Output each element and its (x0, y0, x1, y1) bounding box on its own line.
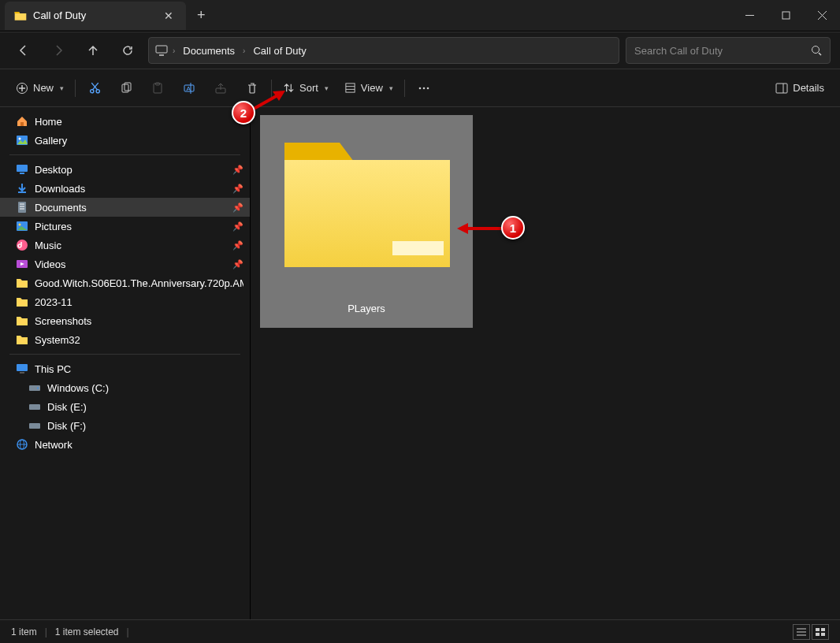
sidebar-item-drive[interactable]: Disk (F:) (0, 416, 250, 435)
sidebar-item-thispc[interactable]: This PC (0, 359, 250, 378)
view-label: View (361, 82, 383, 94)
sidebar-item-label: Screenshots (35, 315, 91, 327)
content-pane[interactable]: PLayers (251, 107, 840, 619)
tab-title: Call of Duty (33, 9, 154, 21)
folder-item-selected[interactable]: PLayers (260, 115, 473, 328)
window-close-button[interactable] (804, 0, 840, 32)
svg-point-33 (19, 138, 21, 140)
drive-icon (28, 419, 41, 432)
svg-rect-29 (776, 84, 787, 93)
sidebar-item-label: This PC (35, 363, 71, 375)
minimize-button[interactable] (731, 0, 768, 32)
svg-point-42 (19, 224, 21, 226)
sidebar-item-documents[interactable]: Documents 📌 (0, 198, 250, 217)
drive-icon (28, 400, 41, 413)
breadcrumb-documents[interactable]: Documents (180, 43, 238, 58)
gallery-icon (16, 134, 28, 147)
sidebar-item-gallery[interactable]: Gallery (0, 131, 250, 150)
svg-line-7 (819, 53, 821, 55)
details-view-toggle[interactable] (793, 624, 810, 640)
svg-point-48 (37, 388, 39, 389)
command-bar: New ▾ A Sort ▾ View ▾ Details (0, 69, 840, 107)
copy-button[interactable] (110, 75, 142, 102)
chevron-down-icon: ▾ (60, 84, 64, 92)
new-label: New (33, 82, 54, 94)
svg-rect-23 (346, 84, 355, 92)
sidebar-item-folder[interactable]: Good.Witch.S06E01.The.Anniversary.720p.A… (0, 273, 250, 292)
sort-label: Sort (299, 82, 318, 94)
svg-rect-59 (821, 628, 825, 631)
sidebar-item-label: System32 (35, 334, 80, 346)
search-input[interactable] (634, 45, 811, 57)
cut-button[interactable] (79, 75, 110, 102)
pin-icon: 📌 (232, 259, 243, 269)
svg-point-26 (419, 87, 422, 89)
paste-button[interactable] (142, 75, 173, 102)
search-box[interactable] (626, 37, 831, 64)
sidebar-item-downloads[interactable]: Downloads 📌 (0, 179, 250, 198)
sidebar-item-label: Good.Witch.S06E01.The.Anniversary.720p.A… (35, 277, 243, 289)
sidebar-item-drive[interactable]: Windows (C:) (0, 378, 250, 397)
desktop-icon (16, 163, 28, 176)
sidebar-item-folder[interactable]: Screenshots (0, 311, 250, 330)
svg-line-13 (91, 83, 97, 90)
window-tab[interactable]: Call of Duty ✕ (5, 2, 186, 30)
sidebar-item-home[interactable]: Home (0, 112, 250, 131)
sidebar-item-music[interactable]: Music 📌 (0, 236, 250, 255)
refresh-button[interactable] (113, 37, 142, 64)
chevron-down-icon: ▾ (389, 84, 393, 92)
folder-icon (14, 10, 27, 21)
svg-rect-4 (156, 46, 167, 53)
pc-icon (16, 362, 28, 375)
sidebar-item-label: Home (35, 116, 62, 128)
sidebar-item-network[interactable]: Network (0, 435, 250, 454)
chevron-right-icon: › (173, 46, 175, 55)
svg-rect-49 (29, 404, 40, 410)
breadcrumb-current[interactable]: Call of Duty (250, 43, 309, 58)
svg-rect-31 (20, 122, 24, 126)
navigation-pane[interactable]: Home Gallery Desktop 📌 Downloads 📌 Docum… (0, 107, 251, 619)
svg-rect-34 (17, 165, 28, 172)
svg-rect-50 (29, 423, 40, 429)
new-tab-button[interactable]: + (186, 7, 217, 24)
svg-rect-61 (821, 633, 825, 636)
sidebar-item-folder[interactable]: System32 (0, 330, 250, 349)
more-button[interactable] (408, 75, 440, 102)
downloads-icon (16, 182, 28, 195)
sidebar-item-label: Disk (F:) (47, 420, 86, 432)
folder-icon (16, 314, 28, 327)
details-label: Details (793, 82, 824, 94)
title-bar: Call of Duty ✕ + (0, 0, 840, 32)
pin-icon: 📌 (232, 221, 243, 232)
maximize-button[interactable] (768, 0, 804, 32)
forward-button[interactable] (44, 37, 72, 64)
sidebar-item-desktop[interactable]: Desktop 📌 (0, 160, 250, 179)
sidebar-item-drive[interactable]: Disk (E:) (0, 397, 250, 416)
sidebar-item-label: 2023-11 (35, 296, 72, 308)
view-button[interactable]: View ▾ (336, 75, 401, 102)
sidebar-item-label: Pictures (35, 221, 72, 232)
new-button[interactable]: New ▾ (8, 75, 72, 102)
sidebar-item-folder[interactable]: 2023-11 (0, 292, 250, 311)
tab-close-button[interactable]: ✕ (161, 8, 177, 24)
pin-icon: 📌 (232, 240, 243, 251)
sidebar-item-label: Music (35, 240, 61, 251)
svg-point-28 (427, 87, 429, 89)
svg-point-11 (90, 90, 93, 93)
item-count: 1 item (11, 626, 37, 637)
up-button[interactable] (79, 37, 107, 64)
rename-button[interactable]: A (173, 75, 205, 102)
share-button[interactable] (205, 75, 236, 102)
back-button[interactable] (9, 37, 38, 64)
sidebar-item-pictures[interactable]: Pictures 📌 (0, 217, 250, 236)
breadcrumb[interactable]: › Documents › Call of Duty (148, 37, 619, 64)
svg-line-14 (92, 83, 98, 90)
details-pane-button[interactable]: Details (768, 75, 832, 102)
pin-icon: 📌 (232, 165, 243, 175)
sidebar-item-videos[interactable]: Videos 📌 (0, 255, 250, 273)
chevron-down-icon: ▾ (325, 84, 329, 92)
icons-view-toggle[interactable] (812, 624, 829, 640)
music-icon (16, 239, 28, 251)
sidebar-item-label: Network (35, 439, 72, 451)
pictures-icon (16, 220, 28, 232)
